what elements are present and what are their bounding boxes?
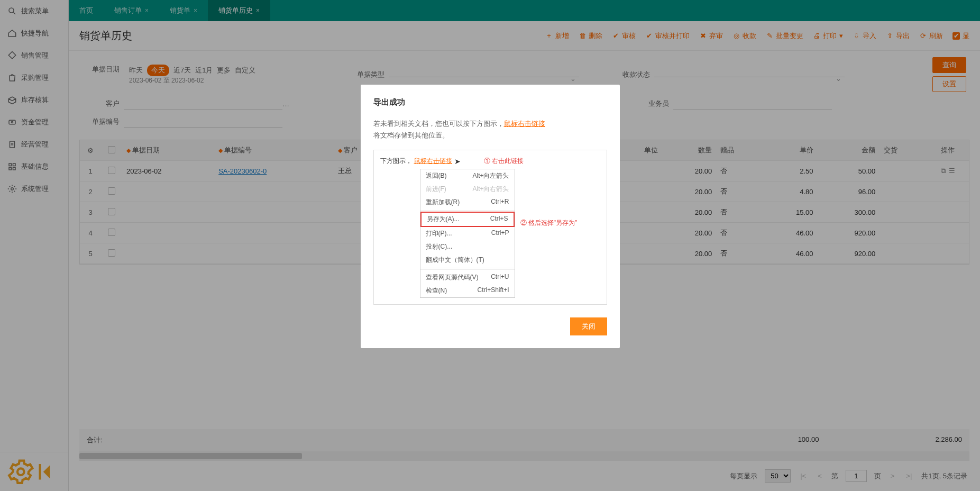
instruction-image: 下方图示， 鼠标右击链接 ➤ ① 右击此链接 返回(B)Alt+向左箭头前进(F… bbox=[373, 150, 607, 305]
modal-text-line: 将文档存储到其他位置。 bbox=[373, 131, 449, 139]
modal-overlay: 导出成功 若未看到相关文档，您也可以按下方图示，鼠标右击链接 将文档存储到其他位… bbox=[0, 0, 980, 491]
annotation-1: ① 右击此链接 bbox=[484, 157, 524, 166]
img-text: 下方图示， bbox=[380, 157, 412, 166]
ctx-item: 投射(C)... bbox=[420, 240, 515, 253]
cursor-icon: ➤ bbox=[454, 157, 461, 166]
ctx-item: 另存为(A)...Ctrl+S bbox=[420, 212, 515, 227]
export-success-modal: 导出成功 若未看到相关文档，您也可以按下方图示，鼠标右击链接 将文档存储到其他位… bbox=[361, 85, 620, 348]
ctx-item: 翻成中文（简体）(T) bbox=[420, 253, 515, 267]
ctx-item: 查看网页源代码(V)Ctrl+U bbox=[420, 271, 515, 284]
img-link: 鼠标右击链接 bbox=[414, 157, 452, 166]
modal-text: 若未看到相关文档，您也可以按下方图示，鼠标右击链接 将文档存储到其他位置。 bbox=[373, 118, 607, 141]
ctx-item: 打印(P)...Ctrl+P bbox=[420, 227, 515, 240]
close-button[interactable]: 关闭 bbox=[570, 317, 607, 335]
modal-text-line: 若未看到相关文档，您也可以按下方图示， bbox=[373, 120, 504, 128]
context-menu-illustration: 返回(B)Alt+向左箭头前进(F)Alt+向右箭头重新加载(R)Ctrl+R另… bbox=[420, 169, 515, 298]
ctx-item: 检查(N)Ctrl+Shift+I bbox=[420, 284, 515, 297]
ctx-item: 重新加载(R)Ctrl+R bbox=[420, 196, 515, 209]
modal-title: 导出成功 bbox=[373, 97, 607, 107]
ctx-item: 前进(F)Alt+向右箭头 bbox=[420, 183, 515, 196]
ctx-item: 返回(B)Alt+向左箭头 bbox=[420, 169, 515, 183]
right-click-link[interactable]: 鼠标右击链接 bbox=[504, 120, 545, 128]
annotation-2: ② 然后选择"另存为" bbox=[520, 219, 578, 228]
